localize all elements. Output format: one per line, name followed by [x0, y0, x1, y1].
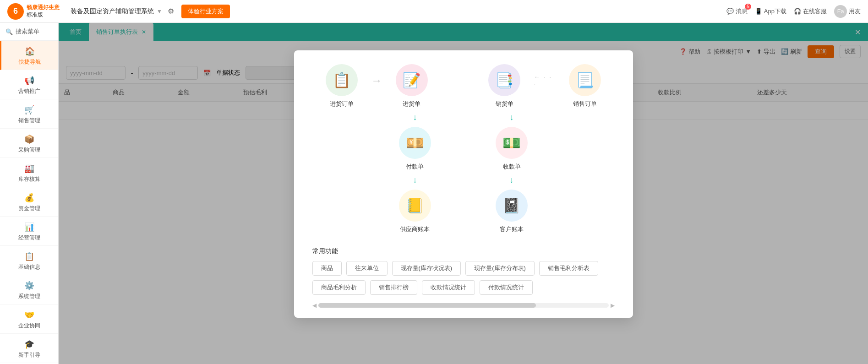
popup-box: 📋 进货订单 → 📝 进货单 — [294, 50, 633, 318]
avatar: Ea — [834, 5, 847, 18]
common-functions-title: 常用功能 — [312, 247, 615, 255]
guide-icon: 🎓 — [24, 339, 34, 349]
search-icon: 🔍 — [5, 28, 13, 35]
sales-order-icon: 📃 — [569, 64, 601, 96]
scroll-right-arrow[interactable]: ▶ — [611, 302, 615, 309]
common-btn-product-margin[interactable]: 商品毛利分析 — [312, 280, 366, 295]
sales-order-label: 销售订单 — [573, 100, 597, 108]
sidebar-item-inventory[interactable]: 🏭 库存核算 — [0, 158, 58, 187]
message-icon: 💬 — [726, 8, 734, 15]
common-btn-product[interactable]: 商品 — [312, 261, 342, 276]
common-btn-sales-margin[interactable]: 销售毛利分析表 — [539, 261, 598, 276]
flow-node-sales-order[interactable]: 📃 销售订单 — [556, 64, 615, 108]
system-icon: ⚙️ — [24, 281, 34, 291]
trial-button[interactable]: 体验行业方案 — [181, 5, 230, 18]
system-title-dropdown-icon[interactable]: ▼ — [157, 8, 162, 15]
common-btn-sales-ranking[interactable]: 销售排行榜 — [370, 280, 417, 295]
purchase-icon: 📦 — [24, 134, 34, 144]
user-name: 用友 — [849, 7, 861, 16]
logo-icon: 6 — [7, 3, 24, 20]
marketing-icon: 📢 — [24, 76, 34, 86]
sidebar-item-guide[interactable]: 🎓 新手引导 — [0, 334, 58, 363]
message-item[interactable]: 💬 消息 5 — [726, 7, 748, 16]
user-avatar-item[interactable]: Ea 用友 — [834, 5, 861, 18]
online-service-item[interactable]: 🎧 在线客服 — [794, 7, 827, 16]
purchase-order-icon: 📋 — [326, 64, 358, 96]
main-area: 🔍 搜索菜单 🏠 快捷导航 📢 营销推广 🛒 销售管理 📦 采购管理 🏭 — [0, 23, 868, 364]
flow-down-arrow-payment: ↓ — [384, 175, 446, 185]
scrollbar-thumb — [318, 303, 536, 308]
brand-name: 畅康通好生意 — [27, 4, 60, 11]
logo-text: 畅康通好生意 标准版 — [27, 4, 60, 18]
flow-row-3: 📒 供应商账本 📓 客户账本 — [312, 190, 615, 234]
purchase-slip-label: 进货单 — [403, 100, 420, 108]
purchase-order-label: 进货订单 — [330, 100, 354, 108]
sidebar-item-purchase[interactable]: 📦 采购管理 — [0, 129, 58, 158]
top-bar: 6 畅康通好生意 标准版 装备及固定资产辅助管理系统 ▼ ⚙ 体验行业方案 💬 … — [0, 0, 868, 23]
sales-slip-label: 销货单 — [496, 100, 513, 108]
brand-version: 标准版 — [27, 11, 60, 19]
payment-label: 付款单 — [406, 163, 424, 171]
top-bar-right: 💬 消息 5 📱 App下载 🎧 在线客服 Ea 用友 — [726, 5, 861, 18]
common-section: 常用功能 商品 往来单位 现存量(库存状况表) 现存量(库存分布表) 销售毛利分… — [312, 247, 615, 295]
dashed-arrow-1: ← · · · — [534, 73, 555, 99]
flow-node-payment[interactable]: 💴 付款单 — [384, 127, 446, 171]
scroll-left-arrow[interactable]: ◀ — [312, 302, 317, 309]
common-btn-payment-stats[interactable]: 付款情况统计 — [480, 280, 533, 295]
headset-icon: 🎧 — [794, 8, 801, 15]
down-arrow-payment-icon: ↓ — [413, 175, 417, 185]
sidebar: 🔍 搜索菜单 🏠 快捷导航 📢 营销推广 🛒 销售管理 📦 采购管理 🏭 — [0, 23, 59, 364]
operations-icon: 📊 — [24, 222, 34, 232]
flow-down-arrow-purchase: ↓ — [384, 113, 446, 122]
arrow-right-1: → — [371, 74, 382, 98]
sidebar-item-marketing[interactable]: 📢 营销推广 — [0, 70, 58, 99]
flow-node-receipt[interactable]: 💵 收款单 — [481, 127, 542, 171]
content-area: 首页 销售订单执行表 ✕ ✕ ❓ 帮助 🖨 按模板打印 ▼ — [59, 23, 868, 364]
flow-section: 📋 进货订单 → 📝 进货单 — [312, 64, 615, 238]
popup-overlay[interactable]: 📋 进货订单 → 📝 进货单 — [59, 23, 868, 364]
collab-icon: 🤝 — [24, 310, 34, 320]
app-download-item[interactable]: 📱 App下载 — [755, 7, 786, 16]
sidebar-item-finance[interactable]: 💰 资金管理 — [0, 187, 58, 217]
sidebar-item-system[interactable]: ⚙️ 系统管理 — [0, 275, 58, 304]
flow-node-purchase-slip[interactable]: 📝 进货单 — [382, 64, 441, 108]
sidebar-item-operations[interactable]: 📊 经营管理 — [0, 217, 58, 246]
home-icon: 🏠 — [25, 46, 35, 56]
common-btn-counterpart[interactable]: 往来单位 — [346, 261, 388, 276]
scrollbar-track — [318, 303, 609, 308]
flow-node-customer-ledger[interactable]: 📓 客户账本 — [481, 190, 542, 234]
customer-ledger-icon: 📓 — [496, 190, 528, 222]
finance-icon: 💰 — [24, 193, 34, 203]
common-buttons-container: 商品 往来单位 现存量(库存状况表) 现存量(库存分布表) 销售毛利分析表 商品… — [312, 261, 615, 295]
sidebar-item-quick-nav[interactable]: 🏠 快捷导航 — [0, 41, 58, 70]
supplier-ledger-icon: 📒 — [399, 190, 431, 222]
sidebar-item-collab[interactable]: 🤝 企业协同 — [0, 304, 58, 334]
flow-row-1: 📋 进货订单 → 📝 进货单 — [312, 64, 615, 108]
system-title: 装备及固定资产辅助管理系统 ▼ — [71, 7, 162, 16]
flow-node-sales-slip[interactable]: 📑 销货单 — [475, 64, 534, 108]
sales-icon: 🛒 — [24, 105, 34, 115]
supplier-ledger-label: 供应商账本 — [400, 225, 430, 234]
phone-icon: 📱 — [755, 8, 762, 15]
message-badge: 5 — [745, 4, 751, 10]
sidebar-item-basic-info[interactable]: 📋 基础信息 — [0, 246, 58, 275]
flow-node-purchase-order[interactable]: 📋 进货订单 — [312, 64, 371, 108]
receipt-label: 收款单 — [503, 163, 521, 171]
down-arrow-receipt-icon: ↓ — [510, 175, 514, 185]
common-btn-stock-status[interactable]: 现存量(库存状况表) — [392, 261, 461, 276]
down-arrow-purchase-icon: ↓ — [413, 113, 417, 122]
flow-row-arrows: ↓ ↓ — [312, 113, 615, 122]
customer-ledger-label: 客户账本 — [500, 225, 524, 234]
settings-gear-icon[interactable]: ⚙ — [168, 7, 174, 16]
basic-info-icon: 📋 — [24, 251, 34, 261]
inventory-icon: 🏭 — [24, 163, 34, 174]
logo-area: 6 畅康通好生意 标准版 — [7, 3, 66, 20]
sidebar-search[interactable]: 🔍 搜索菜单 — [0, 23, 58, 41]
flow-node-supplier-ledger[interactable]: 📒 供应商账本 — [384, 190, 446, 234]
down-arrow-sales-icon: ↓ — [510, 113, 514, 122]
common-btn-receipt-stats[interactable]: 收款情况统计 — [422, 280, 475, 295]
sidebar-item-sales[interactable]: 🛒 销售管理 — [0, 99, 58, 129]
payment-icon: 💴 — [399, 127, 431, 159]
flow-down-arrow-sales: ↓ — [481, 113, 542, 122]
common-btn-stock-dist[interactable]: 现存量(库存分布表) — [465, 261, 535, 276]
